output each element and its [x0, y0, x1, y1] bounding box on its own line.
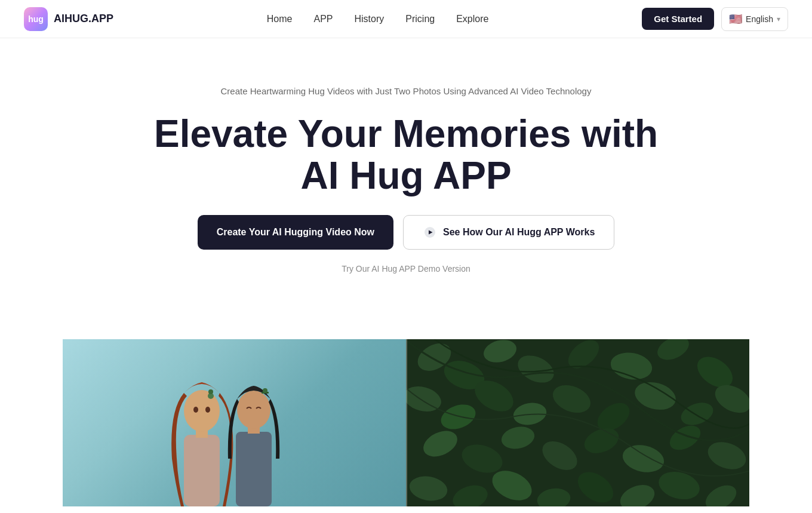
- hero-subtitle: Create Heartwarming Hug Videos with Just…: [221, 86, 592, 96]
- chevron-down-icon: ▾: [777, 15, 780, 23]
- flag-icon: 🇺🇸: [729, 13, 742, 26]
- navbar: hug AIHUG.APP Home APP History Pricing E…: [0, 0, 812, 38]
- hero-title-line1: Elevate Your Memories with: [154, 112, 658, 155]
- logo[interactable]: hug AIHUG.APP: [24, 7, 113, 31]
- svg-rect-9: [236, 432, 272, 506]
- leaf-pattern-svg: [406, 339, 749, 506]
- get-started-button[interactable]: Get Started: [642, 8, 714, 30]
- svg-point-8: [208, 389, 213, 394]
- see-how-button[interactable]: See How Our AI Hugg APP Works: [403, 215, 614, 250]
- nav-item-app[interactable]: APP: [313, 14, 333, 24]
- nav-actions: Get Started 🇺🇸 English ▾: [642, 7, 788, 31]
- see-how-label: See How Our AI Hugg APP Works: [443, 227, 595, 238]
- nav-item-pricing[interactable]: Pricing: [405, 14, 435, 24]
- hero-title-line2: AI Hug APP: [300, 155, 511, 196]
- video-section: [63, 339, 749, 506]
- svg-point-11: [237, 391, 270, 429]
- svg-rect-2: [184, 435, 220, 506]
- image-left-panel: [63, 339, 406, 506]
- create-video-button[interactable]: Create Your AI Hugging Video Now: [198, 215, 393, 250]
- person-2-svg: [221, 339, 287, 506]
- svg-point-4: [184, 390, 220, 432]
- logo-icon: hug: [24, 7, 48, 31]
- image-container: [63, 339, 749, 506]
- panel-divider: [406, 339, 407, 506]
- play-icon: [423, 225, 437, 239]
- language-selector[interactable]: 🇺🇸 English ▾: [721, 7, 788, 31]
- hero-buttons: Create Your AI Hugging Video Now See How…: [198, 215, 615, 250]
- nav-item-home[interactable]: Home: [267, 14, 293, 24]
- hero-section: Create Heartwarming Hug Videos with Just…: [0, 38, 812, 339]
- nav-item-explore[interactable]: Explore: [456, 14, 488, 24]
- demo-text[interactable]: Try Our AI Hug APP Demo Version: [342, 264, 470, 274]
- nav-links: Home APP History Pricing Explore: [267, 14, 489, 24]
- image-right-panel: [406, 339, 749, 506]
- person-2: [221, 339, 287, 506]
- svg-point-5: [193, 407, 198, 413]
- language-label: English: [746, 14, 773, 24]
- hero-title: Elevate Your Memories with AI Hug APP: [154, 113, 658, 197]
- svg-point-13: [263, 388, 267, 393]
- nav-item-history[interactable]: History: [355, 14, 385, 24]
- app-name: AIHUG.APP: [54, 13, 113, 25]
- svg-point-6: [205, 407, 210, 413]
